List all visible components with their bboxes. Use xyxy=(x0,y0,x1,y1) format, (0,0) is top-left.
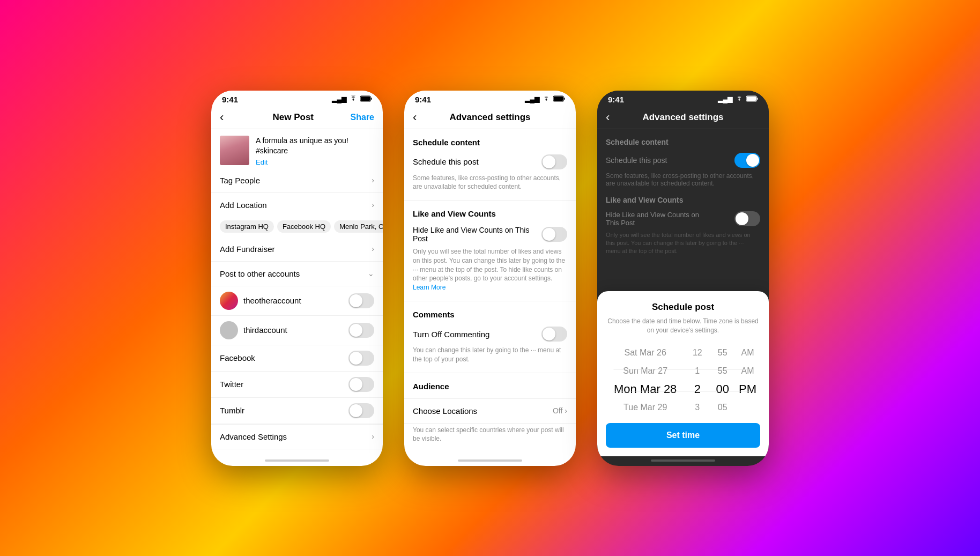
account-toggle-0[interactable] xyxy=(348,293,374,308)
home-indicator-1 xyxy=(265,459,329,462)
wifi-icon-3 xyxy=(735,95,744,103)
back-button-1[interactable]: ‹ xyxy=(220,110,236,124)
battery-icon-1 xyxy=(360,95,372,103)
post-info: A formula as unique as you!#skincare Edi… xyxy=(256,136,348,166)
facebook-toggle[interactable] xyxy=(348,351,374,366)
choose-locations-row[interactable]: Choose Locations Off › xyxy=(404,399,576,424)
tumblr-toggle[interactable] xyxy=(348,403,374,418)
post-to-other-chevron: ⌄ xyxy=(368,269,374,278)
account-left-0: theotheraccount xyxy=(220,292,301,310)
phone-3-like-row: Hide Like and View Counts on This Post xyxy=(606,211,760,227)
account-row-0: theotheraccount xyxy=(211,286,383,316)
phone-3-like-toggle[interactable] xyxy=(734,211,760,226)
schedule-this-post-label: Schedule this post xyxy=(413,157,479,166)
home-indicator-2 xyxy=(458,459,522,462)
tumblr-label: Tumblr xyxy=(220,406,244,415)
edit-link[interactable]: Edit xyxy=(256,158,348,166)
add-location-chevron: › xyxy=(372,201,374,209)
schedule-section: Schedule content Schedule this post Some… xyxy=(404,129,576,201)
schedule-modal: Schedule post Choose the date and time b… xyxy=(597,291,769,456)
choose-locations-chevron: › xyxy=(565,406,567,415)
comments-title: Comments xyxy=(413,310,567,319)
status-icons-2: ▂▄▆ xyxy=(525,95,565,103)
picker-hour-2: 1 xyxy=(685,362,710,380)
modal-desc: Choose the date and time below. Time zon… xyxy=(606,317,760,335)
picker-ampm-spacer2 xyxy=(735,399,760,416)
post-to-other-item[interactable]: Post to other accounts ⌄ xyxy=(211,262,383,286)
schedule-desc: Some features, like cross-posting to oth… xyxy=(413,174,567,192)
picker-date-4: Tue Mar 29 xyxy=(606,399,685,416)
commenting-desc: You can change this later by going to th… xyxy=(413,346,567,364)
schedule-title: Schedule content xyxy=(413,138,567,147)
phone-1-content: A formula as unique as you!#skincare Edi… xyxy=(211,129,383,456)
tag-people-item[interactable]: Tag People › xyxy=(211,168,383,193)
back-button-3[interactable]: ‹ xyxy=(606,110,622,124)
picker-am-2: AM xyxy=(735,362,760,380)
phone-new-post: 9:41 ▂▄▆ ‹ New Post Share A formula as u… xyxy=(211,91,383,466)
commenting-toggle[interactable] xyxy=(541,327,567,342)
preferences-section: Preferences Share Your Posts to Facebook xyxy=(404,454,576,456)
picker-date-0: Fri Mar 25 xyxy=(606,343,685,343)
modal-title: Schedule post xyxy=(606,302,760,313)
svg-rect-8 xyxy=(757,98,758,100)
hide-like-counts-row: Hide Like and View Counts on This Post xyxy=(413,226,567,243)
location-tags: Instagram HQ Facebook HQ Menlo Park, Ca xyxy=(211,217,383,237)
choose-locations-value: Off xyxy=(553,406,562,415)
add-location-label: Add Location xyxy=(220,201,267,210)
phone-3-like-label: Hide Like and View Counts on This Post xyxy=(606,211,713,227)
picker-min-2: 55 xyxy=(710,362,735,380)
status-icons-3: ▂▄▆ xyxy=(718,95,758,103)
account-name-0: theotheraccount xyxy=(243,296,301,305)
svg-rect-4 xyxy=(554,97,563,101)
status-bar-3: 9:41 ▂▄▆ xyxy=(597,91,769,106)
phone-3-schedule-toggle[interactable] xyxy=(734,153,760,168)
share-button[interactable]: Share xyxy=(351,113,374,122)
twitter-toggle[interactable] xyxy=(348,377,374,392)
account-left-1: thirdaccount xyxy=(220,321,287,339)
location-tag-1[interactable]: Facebook HQ xyxy=(277,220,331,233)
time-picker[interactable]: Fri Mar 25 Sat Mar 26 Sun Mar 27 Mon Mar… xyxy=(606,343,760,418)
location-tag-0[interactable]: Instagram HQ xyxy=(220,220,274,233)
picker-hour-3: 2 xyxy=(685,381,710,398)
schedule-toggle[interactable] xyxy=(541,154,567,169)
picker-min-0: 50 xyxy=(710,343,735,343)
picker-ampm-spacer1 xyxy=(735,343,760,343)
picker-date-2: Sun Mar 27 xyxy=(606,362,685,380)
phone-advanced-settings: 9:41 ▂▄▆ ‹ Advanced settings Schedule co… xyxy=(404,91,576,466)
account-toggle-1[interactable] xyxy=(348,323,374,338)
set-time-button[interactable]: Set time xyxy=(606,423,760,448)
svg-rect-5 xyxy=(564,98,565,100)
add-fundraiser-item[interactable]: Add Fundraiser › xyxy=(211,237,383,262)
hide-like-counts-desc: Only you will see the total number of li… xyxy=(413,247,567,292)
status-time-1: 9:41 xyxy=(222,95,238,104)
audience-title: Audience xyxy=(413,382,567,391)
picker-date-1: Sat Mar 26 xyxy=(606,344,685,361)
advanced-settings-item[interactable]: Advanced Settings › xyxy=(211,424,383,449)
back-button-2[interactable]: ‹ xyxy=(413,110,429,124)
picker-min-4: 05 xyxy=(710,399,735,416)
picker-dates: Fri Mar 25 Sat Mar 26 Sun Mar 27 Mon Mar… xyxy=(606,343,685,418)
signal-icon-2: ▂▄▆ xyxy=(525,95,539,103)
account-avatar-1 xyxy=(220,321,238,339)
post-preview: A formula as unique as you!#skincare Edi… xyxy=(211,129,383,168)
phone-3-like-desc: Only you will see the total number of li… xyxy=(606,231,760,256)
picker-hour-4: 3 xyxy=(685,399,710,416)
phone-3-schedule-title: Schedule content xyxy=(606,138,760,146)
wifi-icon-1 xyxy=(349,95,358,103)
post-to-other-label: Post to other accounts xyxy=(220,269,300,278)
picker-min-3: 00 xyxy=(710,381,735,398)
picker-hour-1: 12 xyxy=(685,344,710,361)
turn-off-commenting-label: Turn Off Commenting xyxy=(413,330,489,339)
picker-ampm-spacer3 xyxy=(735,417,760,418)
status-bar-2: 9:41 ▂▄▆ xyxy=(404,91,576,106)
picker-min-5: 10 xyxy=(710,417,735,418)
location-tag-2[interactable]: Menlo Park, Ca xyxy=(334,220,383,233)
tumblr-row: Tumblr xyxy=(211,398,383,424)
turn-off-commenting-row: Turn Off Commenting xyxy=(413,327,567,342)
nav-bar-1: ‹ New Post Share xyxy=(211,106,383,129)
battery-icon-2 xyxy=(553,95,565,103)
choose-locations-desc: You can select specific countries where … xyxy=(404,426,576,450)
status-icons-1: ▂▄▆ xyxy=(332,95,372,103)
add-location-item[interactable]: Add Location › xyxy=(211,193,383,217)
hide-like-counts-toggle[interactable] xyxy=(541,227,567,242)
